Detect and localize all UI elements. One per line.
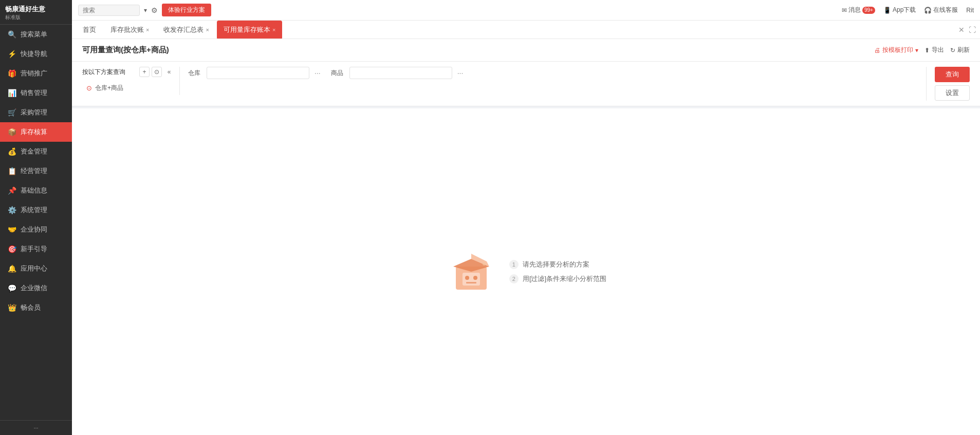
- sidebar-item-label: 经营管理: [21, 166, 47, 176]
- message-label: 消息: [848, 6, 861, 14]
- sidebar-item-purchase[interactable]: 🛒 采购管理: [0, 103, 72, 122]
- sidebar-item-label: 畅会员: [21, 303, 41, 312]
- cart-icon: 🛒: [7, 108, 16, 117]
- svg-point-7: [483, 262, 486, 266]
- filter-schemes-title: 按以下方案查询: [82, 68, 125, 77]
- sidebar-item-inventory[interactable]: 📦 库存核算: [0, 122, 72, 142]
- gear-icon: ⚙️: [7, 205, 16, 215]
- topbar-search-input[interactable]: [78, 5, 140, 16]
- export-icon: ⬆: [924, 47, 930, 54]
- topbar-right: ✉ 消息 99+ 📱 App下载 🎧 在线客服 Rit: [842, 6, 974, 14]
- action-buttons: 查询 设置: [926, 67, 970, 101]
- refresh-button[interactable]: ↻ 刷新: [950, 46, 970, 54]
- dropdown-arrow-icon[interactable]: ▾: [144, 7, 147, 14]
- sidebar-item-marketing[interactable]: 🎁 营销推广: [0, 64, 72, 83]
- sidebar-item-wechat[interactable]: 💬 企业微信: [0, 278, 72, 298]
- headset-icon: 🎧: [924, 7, 932, 14]
- sidebar-item-label: 资金管理: [21, 147, 47, 156]
- sidebar-item-label: 营销推广: [21, 69, 47, 78]
- empty-tip-2: 2 用[过滤]条件来缩小分析范围: [509, 274, 606, 283]
- filter-area: 按以下方案查询 + ⊙ « ⊙ 仓库+商品 仓库: [72, 62, 980, 106]
- printer-icon: 🖨: [874, 47, 880, 54]
- settings-icon[interactable]: ⚙: [151, 6, 158, 14]
- tab-label: 可用量库存账本: [224, 25, 270, 34]
- export-button[interactable]: ⬆ 导出: [924, 46, 944, 54]
- collapse-button[interactable]: «: [164, 67, 174, 77]
- tab-summary[interactable]: 收发存汇总表 ×: [157, 21, 215, 39]
- topbar: ▾ ⚙ 体验行业方案 ✉ 消息 99+ 📱 App下载 🎧 在线客服 Rit: [72, 0, 980, 21]
- tab-label: 收发存汇总表: [163, 25, 204, 34]
- app-tag: 标准版: [5, 14, 67, 21]
- app-download-label: App下载: [893, 6, 916, 14]
- export-label: 导出: [932, 46, 944, 54]
- sidebar-item-system[interactable]: ⚙️ 系统管理: [0, 200, 72, 220]
- sidebar-item-appstore[interactable]: 🔔 应用中心: [0, 259, 72, 278]
- sidebar-item-label: 搜索菜单: [21, 30, 47, 39]
- sidebar-item-management[interactable]: 📋 经营管理: [0, 161, 72, 181]
- filter-schemes-panel: 按以下方案查询 + ⊙ « ⊙ 仓库+商品: [82, 67, 180, 95]
- tab-label: 库存批次账: [110, 25, 144, 34]
- tab-available-qty[interactable]: 可用量库存账本 ×: [217, 21, 282, 39]
- svg-rect-3: [463, 273, 480, 286]
- tab-home[interactable]: 首页: [76, 21, 103, 39]
- empty-illustration: [446, 246, 497, 297]
- print-dropdown-icon[interactable]: ▾: [915, 47, 918, 54]
- sidebar-item-label: 系统管理: [21, 205, 47, 215]
- empty-tip-2-text: 用[过滤]条件来缩小分析范围: [523, 274, 606, 283]
- tab-home-label: 首页: [83, 25, 96, 34]
- scheme-item[interactable]: ⊙ 仓库+商品: [82, 81, 174, 95]
- message-button[interactable]: ✉ 消息 99+: [842, 6, 875, 14]
- edit-scheme-button[interactable]: ⊙: [152, 67, 162, 77]
- sidebar-item-label: 快捷导航: [21, 49, 47, 59]
- empty-inner: 1 请先选择要分析的方案 2 用[过滤]条件来缩小分析范围: [446, 246, 606, 297]
- money-icon: 💰: [7, 147, 16, 156]
- goods-input[interactable]: [349, 67, 452, 79]
- sidebar-item-label: 库存核算: [21, 127, 47, 137]
- column-settings-button[interactable]: 设置: [935, 85, 970, 101]
- scheme-label: 仓库+商品: [95, 84, 123, 92]
- sidebar-item-member[interactable]: 👑 畅会员: [0, 298, 72, 317]
- chat-icon: 💬: [7, 283, 16, 293]
- sidebar-nav: 🔍 搜索菜单 ⚡ 快捷导航 🎁 营销推广 📊 销售管理 🛒 采购管理 📦 库存核…: [0, 25, 72, 420]
- phone-icon: 📱: [883, 7, 891, 14]
- empty-svg: [446, 246, 497, 297]
- filter-schemes-header: 按以下方案查询 + ⊙ «: [82, 67, 174, 77]
- tab-close-icon[interactable]: ×: [206, 27, 209, 33]
- sidebar-item-sales[interactable]: 📊 销售管理: [0, 83, 72, 103]
- target-icon: 🎯: [7, 244, 16, 254]
- user-label: Rit: [966, 7, 974, 14]
- add-scheme-button[interactable]: +: [139, 67, 150, 77]
- sidebar-item-basic[interactable]: 📌 基础信息: [0, 181, 72, 200]
- sidebar-item-collab[interactable]: 🤝 企业协同: [0, 220, 72, 239]
- goods-label: 商品: [331, 69, 346, 78]
- goods-more-icon[interactable]: ···: [455, 69, 466, 77]
- sidebar-item-guide[interactable]: 🎯 新手引导: [0, 239, 72, 259]
- service-button[interactable]: 🎧 在线客服: [924, 6, 958, 14]
- sidebar-item-quicknav[interactable]: ⚡ 快捷导航: [0, 44, 72, 64]
- query-button[interactable]: 查询: [935, 67, 970, 82]
- sidebar-bottom: ···: [0, 420, 72, 435]
- print-button[interactable]: 🖨 按模板打印 ▾: [874, 46, 918, 54]
- warehouse-input[interactable]: [207, 67, 309, 79]
- sidebar-item-label: 企业协同: [21, 225, 47, 234]
- warehouse-more-icon[interactable]: ···: [312, 69, 323, 77]
- service-label: 在线客服: [933, 6, 958, 14]
- sidebar-item-finance[interactable]: 💰 资金管理: [0, 142, 72, 161]
- filter-row-1: 仓库 ··· 商品 ···: [188, 67, 920, 79]
- sidebar: 畅康通好生意 标准版 🔍 搜索菜单 ⚡ 快捷导航 🎁 营销推广 📊 销售管理 🛒…: [0, 0, 72, 435]
- box-icon: 📦: [7, 127, 16, 137]
- crown-icon: 👑: [7, 303, 16, 312]
- tab-close-icon[interactable]: ×: [272, 27, 275, 33]
- trial-button[interactable]: 体验行业方案: [162, 4, 211, 16]
- tabs-bar: 首页 库存批次账 × 收发存汇总表 × 可用量库存账本 × ✕ ⛶: [72, 21, 980, 39]
- tab-close-icon[interactable]: ×: [146, 27, 149, 33]
- refresh-icon: ↻: [950, 47, 955, 54]
- user-menu[interactable]: Rit: [966, 7, 974, 14]
- expand-icon[interactable]: ⛶: [969, 26, 976, 34]
- app-download-button[interactable]: 📱 App下载: [883, 6, 916, 14]
- sidebar-item-search[interactable]: 🔍 搜索菜单: [0, 25, 72, 44]
- close-all-tabs-icon[interactable]: ✕: [958, 26, 965, 34]
- tab-batch-ledger[interactable]: 库存批次账 ×: [104, 21, 156, 39]
- handshake-icon: 🤝: [7, 225, 16, 234]
- scheme-icon: ⊙: [86, 84, 92, 92]
